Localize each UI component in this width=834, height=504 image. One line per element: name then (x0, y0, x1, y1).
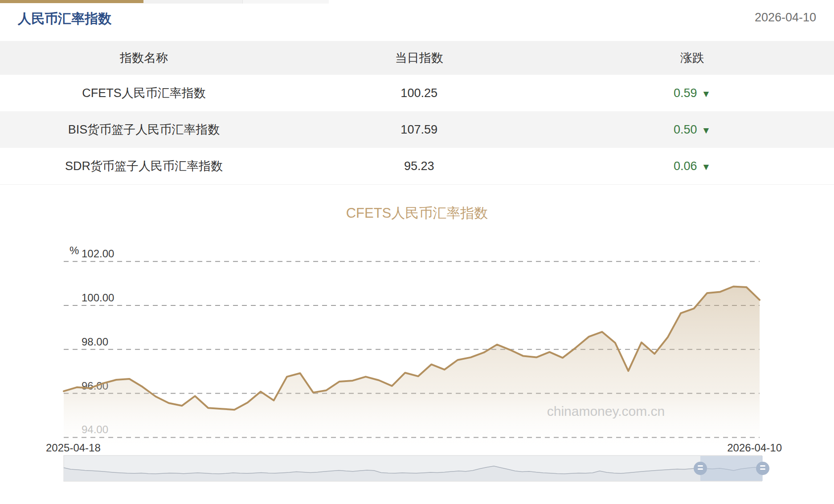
y-tick-label: 100.00 (82, 292, 114, 304)
watermark: chinamoney.com.cn (547, 404, 665, 419)
navigator-selected-range[interactable] (700, 456, 763, 481)
area-fill (64, 287, 760, 455)
rate-trend-chart[interactable]: 102.00100.0098.0096.0094.00%chinamoney.c… (0, 0, 834, 504)
handle-grip-line (698, 465, 703, 467)
x-axis-start-label: 2025-04-18 (46, 442, 101, 454)
y-axis-unit: % (70, 244, 79, 256)
y-tick-label: 102.00 (82, 248, 114, 260)
handle-grip-line (760, 468, 765, 470)
handle-grip-line (698, 468, 703, 470)
handle-grip-line (760, 465, 765, 467)
x-axis-end-label: 2026-04-10 (727, 442, 782, 454)
y-tick-label: 98.00 (82, 336, 108, 348)
